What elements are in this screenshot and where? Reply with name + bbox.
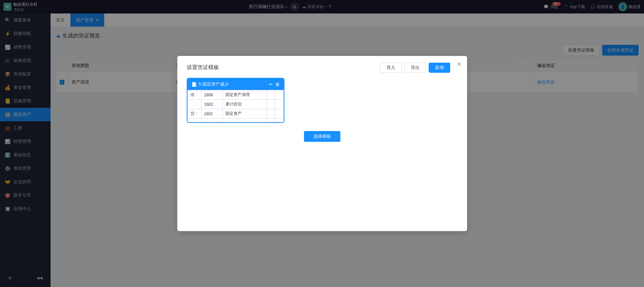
template-list: 📄 5-固定资产减少 ✏ 🗑 借： 1606 固 [187, 78, 458, 123]
template-entry-row [187, 119, 283, 122]
delete-icon[interactable]: 🗑 [275, 82, 280, 87]
export-btn[interactable]: 导出 [404, 63, 426, 73]
entry-code-2: 1602 [201, 100, 223, 109]
entry-account-1: 固定资产清理 [223, 90, 267, 100]
template-entries-table: 借： 1606 固定资产清理 1602 累计折旧 [187, 90, 284, 122]
entry-side-4 [187, 119, 201, 122]
entry-credit-1 [275, 90, 283, 100]
entry-credit-3 [275, 109, 283, 119]
import-btn[interactable]: 导入 [380, 63, 402, 73]
dialog-overlay[interactable]: 设置凭证模板 ✕ 导入 导出 新增 📄 5-固定资产减少 ✏ 🗑 [0, 0, 644, 287]
select-btn-wrap: 选择模板 [187, 131, 458, 142]
entry-account-2: 累计折旧 [223, 100, 267, 109]
entry-code-1: 1606 [201, 90, 223, 100]
entry-account-4 [223, 119, 267, 122]
new-template-btn[interactable]: 新增 [429, 63, 450, 73]
entry-side-2 [187, 100, 201, 109]
entry-code-4 [201, 119, 223, 122]
template-entry-row: 贷： 1601 固定资产 [187, 109, 283, 119]
template-name: 5-固定资产减少 [199, 81, 229, 87]
entry-side-3: 贷： [187, 109, 201, 119]
dialog-toolbar: 导入 导出 新增 [380, 63, 450, 73]
entry-debit-4 [267, 119, 275, 122]
template-entry-row: 借： 1606 固定资产清理 [187, 90, 283, 100]
template-header-actions: ✏ 🗑 [269, 82, 280, 87]
template-entry-row: 1602 累计折旧 [187, 100, 283, 109]
entry-debit-3 [267, 109, 275, 119]
template-card-body: 借： 1606 固定资产清理 1602 累计折旧 [187, 90, 284, 122]
edit-icon[interactable]: ✏ [269, 82, 273, 87]
template-header-left: 📄 5-固定资产减少 [191, 81, 229, 87]
entry-debit-2 [267, 100, 275, 109]
entry-account-3: 固定资产 [223, 109, 267, 119]
doc-icon: 📄 [191, 82, 197, 87]
entry-credit-2 [275, 100, 283, 109]
template-card: 📄 5-固定资产减少 ✏ 🗑 借： 1606 固 [187, 78, 284, 123]
settings-dialog: 设置凭证模板 ✕ 导入 导出 新增 📄 5-固定资产减少 ✏ 🗑 [177, 56, 467, 231]
template-card-header: 📄 5-固定资产减少 ✏ 🗑 [187, 78, 284, 90]
select-template-btn[interactable]: 选择模板 [304, 131, 340, 142]
dialog-close-btn[interactable]: ✕ [457, 61, 462, 68]
entry-side-1: 借： [187, 90, 201, 100]
entry-credit-4 [275, 119, 283, 122]
entry-debit-1 [267, 90, 275, 100]
entry-code-3: 1601 [201, 109, 223, 119]
